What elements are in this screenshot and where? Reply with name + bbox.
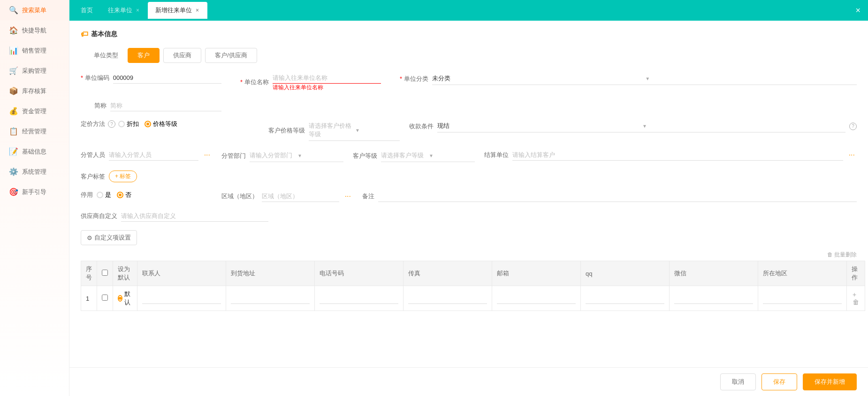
chevron-down-icon: ▼: [645, 76, 857, 81]
qq-input[interactable]: [586, 293, 664, 304]
payment-help-icon[interactable]: ?: [849, 123, 857, 130]
cancel-button[interactable]: 取消: [720, 373, 756, 390]
row-short-name: 简称: [81, 100, 857, 111]
sidebar-item-quicknav[interactable]: 🏠 快捷导航: [0, 20, 69, 40]
tab-new-partner-close[interactable]: ×: [195, 7, 200, 14]
tab-partners[interactable]: 往来单位 ×: [100, 2, 148, 19]
customer-price-level-select[interactable]: 请选择客户价格等级 ▼: [309, 120, 400, 141]
guide-icon: 🎯: [9, 187, 18, 196]
sidebar-item-finance[interactable]: 💰 资金管理: [0, 101, 69, 121]
sidebar-item-label: 系统管理: [22, 168, 46, 176]
col-check: [97, 261, 113, 286]
short-name-input[interactable]: [110, 100, 221, 111]
customer-level-select[interactable]: 请选择客户等级 ▼: [381, 149, 475, 162]
chevron-down-icon: ▼: [642, 124, 845, 129]
settings-icon: ⚙: [87, 234, 92, 241]
save-and-new-button[interactable]: 保存并新增: [803, 373, 857, 390]
sidebar-item-system[interactable]: ⚙️ 系统管理: [0, 162, 69, 182]
fax-input[interactable]: [408, 293, 487, 304]
pricing-radio-group: 折扣 价格等级: [118, 120, 177, 128]
row-check: [97, 286, 113, 311]
supplier-custom-input[interactable]: [121, 210, 268, 222]
row-region[interactable]: [758, 286, 847, 311]
money-icon: 💰: [9, 107, 18, 116]
sidebar-item-purchase[interactable]: 🛒 采购管理: [0, 61, 69, 81]
row-phone[interactable]: [315, 286, 404, 311]
pricing-level-radio[interactable]: 价格等级: [145, 120, 177, 128]
contact-input[interactable]: [142, 293, 221, 304]
add-tag-button[interactable]: + 标签: [109, 171, 137, 182]
unit-type-row: 单位类型 客户 供应商 客户/供应商: [81, 48, 857, 63]
field-disabled: 停用 是 否: [81, 191, 212, 199]
wechat-input[interactable]: [674, 293, 753, 304]
unit-name-input[interactable]: [273, 72, 381, 84]
tab-home[interactable]: 首页: [73, 2, 100, 19]
phone-input[interactable]: [320, 293, 398, 304]
manager-more-button[interactable]: ···: [202, 151, 212, 159]
sidebar-item-label: 快捷导航: [22, 26, 46, 35]
home-icon: 🏠: [9, 26, 18, 35]
sidebar-item-inventory[interactable]: 📦 库存核算: [0, 81, 69, 101]
disabled-radio-group: 是 否: [97, 191, 131, 199]
row-supplier-custom: 供应商自定义: [81, 210, 857, 222]
type-btn-supplier[interactable]: 供应商: [163, 48, 201, 63]
department-select[interactable]: 请输入分管部门 ▼: [250, 149, 343, 162]
field-unit-code: 单位编码: [81, 72, 221, 84]
row-pricing: 定价方法 ? 折扣 价格等级 客户价格等级 请选择客户价格等级: [81, 120, 857, 141]
disabled-yes-radio[interactable]: 是: [97, 191, 111, 199]
row-fax[interactable]: [404, 286, 492, 311]
custom-settings-area: ⚙ 自定义项设置: [81, 230, 857, 245]
settlement-unit-input[interactable]: [512, 149, 843, 161]
pricing-discount-radio[interactable]: 折扣: [118, 120, 139, 128]
row-qq[interactable]: [581, 286, 670, 311]
row-contact[interactable]: [137, 286, 226, 311]
sidebar-item-label: 库存核算: [22, 87, 46, 95]
row-default-radio[interactable]: 默认: [118, 290, 132, 307]
tab-new-partner[interactable]: 新增往来单位 ×: [148, 2, 207, 19]
address-input[interactable]: [231, 293, 310, 304]
email-input[interactable]: [497, 293, 576, 304]
unit-name-group: 请输入往来单位名称: [273, 72, 381, 92]
col-wechat: 微信: [670, 261, 758, 286]
tab-partners-close[interactable]: ×: [135, 7, 140, 14]
select-all-checkbox[interactable]: [102, 270, 108, 276]
custom-settings-button[interactable]: ⚙ 自定义项设置: [81, 230, 137, 245]
table-row: 1 默认: [81, 286, 865, 311]
sidebar-item-label: 搜索菜单: [22, 6, 46, 15]
region-more-button[interactable]: ···: [343, 192, 353, 201]
unit-code-input[interactable]: [113, 72, 221, 84]
field-notes: 备注: [362, 191, 857, 202]
sidebar-item-operations[interactable]: 📋 经营管理: [0, 121, 69, 141]
row-checkbox[interactable]: [102, 295, 108, 301]
notes-input[interactable]: [378, 191, 857, 202]
radio-no: [117, 192, 123, 198]
row-add-button[interactable]: +: [852, 291, 857, 298]
sidebar-item-newguide[interactable]: 🎯 新手引导: [0, 182, 69, 202]
settlement-more-button[interactable]: ···: [847, 151, 857, 159]
row-email[interactable]: [492, 286, 581, 311]
cart-icon: 🛒: [9, 66, 18, 75]
row-wechat[interactable]: [670, 286, 758, 311]
manager-input[interactable]: [109, 149, 198, 161]
row-region-input[interactable]: [763, 293, 842, 304]
pricing-help-icon[interactable]: ?: [108, 120, 115, 128]
region-input[interactable]: [262, 191, 339, 202]
window-close-button[interactable]: ×: [852, 4, 864, 17]
disabled-no-radio[interactable]: 否: [117, 191, 131, 199]
payment-terms-select[interactable]: 现结 ▼: [437, 120, 845, 132]
type-btn-customer[interactable]: 客户: [128, 48, 160, 63]
chevron-down-icon: ▼: [429, 153, 475, 158]
type-btn-both[interactable]: 客户/供应商: [205, 48, 257, 63]
row-address[interactable]: [226, 286, 315, 311]
sidebar-item-sales[interactable]: 📊 销售管理: [0, 40, 69, 61]
row-delete-button[interactable]: 🗑: [852, 298, 860, 306]
field-customer-tags: 客户标签 + 标签: [81, 171, 857, 182]
field-settlement-unit: 结算单位 ···: [484, 149, 857, 161]
save-button[interactable]: 保存: [761, 373, 797, 390]
sidebar-item-basic[interactable]: 📝 基础信息: [0, 141, 69, 162]
unit-category-select[interactable]: 未分类 ▼: [432, 72, 857, 85]
sidebar-item-search[interactable]: 🔍 搜索菜单: [0, 0, 69, 20]
sidebar: 🔍 搜索菜单 🏠 快捷导航 📊 销售管理 🛒 采购管理 📦 库存核算 💰 资金管…: [0, 0, 69, 396]
field-payment-terms: 收款条件 现结 ▼ ?: [409, 120, 857, 132]
chart-icon: 📊: [9, 46, 18, 55]
